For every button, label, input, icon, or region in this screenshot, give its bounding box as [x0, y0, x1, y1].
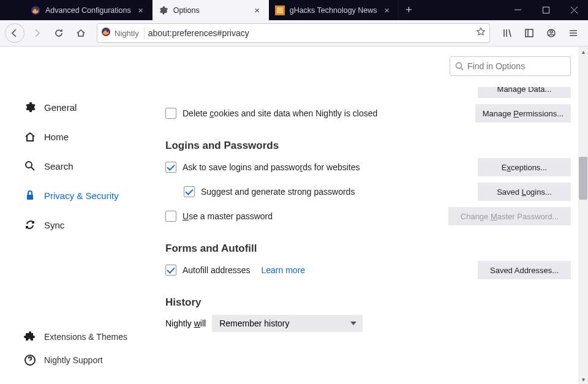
titlebar: Advanced Configurations × Options × gHac…	[0, 0, 588, 20]
checkbox-label: Use a master password	[183, 211, 273, 221]
checkbox-label: Ask to save logins and passwords for web…	[183, 162, 360, 172]
close-icon[interactable]: ×	[136, 6, 146, 15]
close-icon[interactable]: ×	[382, 6, 392, 15]
home-icon	[23, 130, 37, 143]
identity-box[interactable]: Nightly	[101, 27, 145, 39]
window-controls	[503, 0, 588, 20]
url-bar[interactable]: Nightly about:preferences#privacy	[97, 23, 490, 43]
sidebar-item-search[interactable]: Search	[23, 151, 147, 181]
scroll-down-icon[interactable]: ▾	[578, 374, 588, 384]
puzzle-icon	[23, 331, 37, 343]
sidebar-label: Privacy & Security	[44, 190, 119, 201]
section-forms-title: Forms and Autofill	[165, 243, 571, 255]
history-mode-select[interactable]: Remember history	[212, 315, 363, 332]
bookmark-star-icon[interactable]	[476, 27, 486, 39]
tab-advanced-config[interactable]: Advanced Configurations ×	[24, 0, 153, 20]
svg-point-7	[26, 162, 32, 168]
master-password-row: Use a master password	[165, 211, 273, 222]
delete-cookies-checkbox[interactable]	[165, 108, 176, 119]
manage-data-button[interactable]: Manage Data...	[478, 87, 571, 98]
sidebar-bottom: Extensions & Themes Nightly Support	[23, 325, 147, 372]
sidebar-item-support[interactable]: Nightly Support	[23, 348, 147, 372]
manage-permissions-button[interactable]: Manage Permissions...	[475, 104, 571, 122]
change-master-password-button: Change Master Password...	[448, 207, 571, 225]
scroll-up-icon[interactable]: ▴	[578, 47, 588, 56]
saved-logins-button[interactable]: Saved Logins...	[478, 183, 571, 201]
master-password-checkbox[interactable]	[165, 211, 176, 222]
identity-label: Nightly	[115, 29, 139, 38]
tab-strip: Advanced Configurations × Options × gHac…	[0, 0, 503, 20]
exceptions-button[interactable]: Exceptions...	[478, 158, 571, 176]
find-wrap	[450, 56, 571, 76]
suggest-strong-checkbox[interactable]	[184, 186, 195, 197]
sidebar-item-extensions[interactable]: Extensions & Themes	[23, 325, 147, 348]
tab-label: Advanced Configurations	[45, 6, 131, 15]
maximize-button[interactable]	[532, 0, 560, 20]
tab-options[interactable]: Options ×	[153, 0, 269, 20]
autofill-addresses-row: Autofill addresses Learn more	[165, 265, 305, 276]
prefs-body: Manage Data... Delete cookies and site d…	[147, 47, 571, 332]
sidebar-label: General	[44, 102, 77, 113]
firefox-logo-icon	[101, 27, 111, 39]
sidebar-item-home[interactable]: Home	[23, 122, 147, 151]
sidebar-label: Sync	[44, 220, 64, 230]
library-button[interactable]	[497, 23, 517, 43]
sidebar-label: Extensions & Themes	[44, 332, 127, 342]
help-icon	[23, 354, 37, 366]
svg-rect-4	[526, 29, 533, 37]
section-history-title: History	[165, 296, 571, 309]
tab-label: Options	[173, 6, 247, 15]
sidebar-button[interactable]	[519, 23, 539, 43]
autofill-addresses-checkbox[interactable]	[165, 265, 176, 276]
saved-addresses-button[interactable]: Saved Addresses...	[478, 261, 571, 279]
sidebar-label: Search	[44, 161, 74, 171]
gear-icon	[159, 6, 168, 15]
content-area: General Home Search Privacy & Security S…	[0, 47, 588, 384]
app-menu-button[interactable]	[564, 23, 583, 43]
home-button[interactable]	[71, 23, 91, 43]
url-text: about:preferences#privacy	[148, 28, 472, 38]
svg-point-6	[550, 31, 552, 33]
ask-save-logins-checkbox[interactable]	[165, 162, 176, 173]
svg-point-9	[456, 63, 462, 69]
account-button[interactable]	[541, 23, 561, 43]
search-icon	[23, 160, 37, 172]
close-window-button[interactable]	[560, 0, 588, 20]
sidebar-item-general[interactable]: General	[23, 92, 147, 122]
checkbox-label: Delete cookies and site data when Nightl…	[183, 108, 377, 118]
gear-icon	[23, 101, 37, 113]
history-mode-row: Nightly will Remember history	[165, 315, 571, 332]
sidebar-item-privacy[interactable]: Privacy & Security	[23, 181, 147, 210]
prefs-main: Manage Data... Delete cookies and site d…	[147, 47, 588, 384]
ghacks-icon	[275, 6, 285, 15]
suggest-strong-row: Suggest and generate strong passwords	[184, 186, 355, 197]
sync-icon	[23, 219, 37, 231]
checkbox-label: Autofill addresses	[183, 265, 251, 275]
prefs-sidebar: General Home Search Privacy & Security S…	[0, 47, 147, 384]
back-button[interactable]	[5, 23, 24, 43]
sidebar-item-sync[interactable]: Sync	[23, 210, 147, 239]
sidebar-label: Nightly Support	[44, 355, 103, 365]
lock-icon	[23, 189, 37, 201]
firefox-icon	[31, 6, 40, 15]
sidebar-label: Home	[44, 132, 69, 142]
delete-cookies-row: Delete cookies and site data when Nightl…	[165, 108, 377, 119]
checkbox-label: Suggest and generate strong passwords	[201, 187, 355, 197]
new-tab-button[interactable]: +	[399, 0, 420, 20]
search-icon	[454, 61, 464, 73]
learn-more-link[interactable]: Learn more	[262, 265, 306, 275]
find-in-options-input[interactable]	[450, 56, 571, 76]
navbar: Nightly about:preferences#privacy	[0, 20, 588, 47]
reload-button[interactable]	[49, 23, 69, 43]
minimize-button[interactable]	[503, 0, 532, 20]
close-icon[interactable]: ×	[252, 6, 262, 15]
section-logins-title: Logins and Passwords	[165, 140, 571, 152]
content-scrollbar[interactable]: ▴ ▾	[578, 47, 588, 384]
tab-label: gHacks Technology News	[290, 6, 377, 15]
ask-save-logins-row: Ask to save logins and passwords for web…	[165, 162, 360, 173]
svg-rect-2	[543, 7, 549, 13]
history-label: Nightly will	[165, 318, 206, 328]
forward-button	[27, 23, 47, 43]
tab-ghacks[interactable]: gHacks Technology News ×	[269, 0, 399, 20]
scroll-thumb[interactable]	[579, 157, 587, 200]
